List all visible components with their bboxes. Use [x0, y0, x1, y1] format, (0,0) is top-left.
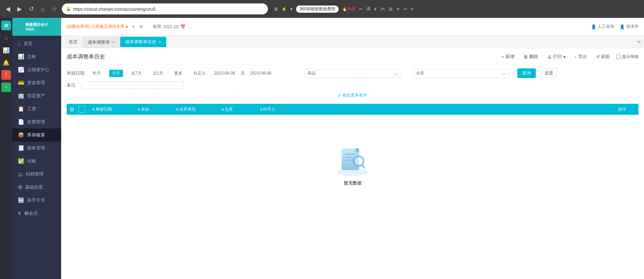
company-name: 江西服宝测试专用 — [91, 24, 124, 30]
browser-tools: ⊞ ⚡ ▾ 360智能抠图免费用 🔥热搜 ✂ 译 ¥ 🎮 ⊞ ☀ ↩ ≡ — [274, 5, 414, 13]
user-info[interactable]: 👤 徐泽华 — [620, 24, 639, 30]
col-header-biz-type[interactable]: ⇅ 业务类型 — [173, 107, 214, 112]
warehouse-filter[interactable]: 仓库 ... — [413, 69, 509, 78]
sidebar-item-fixed-assets[interactable]: 🏢 固定资产 — [12, 89, 61, 102]
sidebar-item-closing[interactable]: ✅ 结账 — [12, 155, 61, 168]
search-box[interactable]: 360智能抠图免费用 — [296, 5, 339, 13]
print-button[interactable]: 🖨 打印 ▾ — [544, 52, 568, 61]
select-all-checkbox[interactable] — [78, 106, 85, 113]
collapse-label: 收起更多条件 — [342, 92, 367, 98]
sidebar-item-salary[interactable]: 📋 工资 — [12, 102, 61, 115]
star-button[interactable]: ☆ — [49, 4, 59, 14]
quick-check[interactable]: ✓ — [1, 82, 11, 92]
company-selector[interactable]: (勿删勿禁用) 江西服宝测试专用 ▾ — [67, 24, 128, 30]
quick-logo[interactable]: 好 — [1, 21, 11, 30]
new-button[interactable]: + 新增 — [499, 52, 517, 61]
tab-cost-adjust-history[interactable]: 成本调整单历史 ✕ — [120, 37, 166, 47]
refresh-icon: ↺ — [596, 54, 600, 59]
back-button[interactable]: ◀ — [3, 4, 12, 14]
grid-icon[interactable]: ⊞ — [274, 7, 278, 12]
sidebar-item-archive[interactable]: 🗂 归档管理 — [12, 168, 61, 181]
tab-cost-adjust-close[interactable]: ✕ — [112, 40, 115, 44]
forward-button[interactable]: ▶ — [15, 4, 24, 14]
sidebar-label-salary: 工资 — [27, 106, 36, 112]
quick-alert[interactable]: 🔔 — [1, 58, 11, 67]
yesterday-btn[interactable]: 昨天 — [90, 70, 104, 77]
col-header-handler[interactable]: ⇅ 经手人 — [257, 107, 291, 112]
invoice-icon: 📄 — [18, 119, 24, 125]
sidebar-item-invoice[interactable]: 📄 发票管理 — [12, 115, 61, 129]
guide-icon: 🆕 — [18, 197, 24, 203]
goods-filter[interactable]: 商品 ... — [304, 69, 400, 78]
empty-text: 暂无数据 — [344, 180, 362, 186]
last-month-btn[interactable]: 近1月 — [150, 70, 166, 77]
date-separator: 至 — [241, 70, 245, 76]
sun-icon[interactable]: ☀ — [396, 7, 400, 12]
secure-icon: 🔒 — [66, 7, 71, 11]
col-header-warehouse[interactable]: ⇅ 仓库 — [218, 107, 253, 112]
apps-icon[interactable]: ⊞ — [389, 7, 393, 12]
scissors-icon[interactable]: ✂ — [359, 7, 363, 12]
export-button[interactable]: ↑ 导出 — [572, 52, 590, 61]
sidebar-item-inventory[interactable]: 📦 库存核算 — [12, 129, 61, 142]
today-btn[interactable]: 今天 — [109, 70, 123, 77]
sidebar-item-ledger[interactable]: 📊 总账 — [12, 50, 61, 63]
sidebar-item-vip[interactable]: V 畅会员 — [12, 207, 61, 220]
table-gear-icon[interactable]: ⚙ — [69, 106, 74, 113]
print-dropdown-icon[interactable]: ▾ — [563, 54, 566, 59]
page-actions: + 新增 🗑 删除 🖨 打印 ▾ ↑ 导出 — [499, 52, 639, 61]
col-header-date[interactable]: ⇅ 单据日期 — [89, 107, 131, 112]
url-bar[interactable]: 🔒 https://cloud.chanjet.com/accounting/u… — [62, 3, 268, 14]
dropdown-icon[interactable]: ▾ — [290, 7, 293, 12]
col-handler-label: 经手人 — [263, 107, 275, 112]
tab-cost-adjust[interactable]: 成本调整单 ✕ — [82, 37, 120, 47]
period-info: 账期 2021-10 📅 — [153, 24, 185, 30]
add-tab-button[interactable]: + — [132, 24, 135, 30]
quick-chart[interactable]: 📊 — [1, 45, 11, 55]
quick-home[interactable]: ⌂ — [1, 33, 11, 43]
collapse-button[interactable]: ∧ 收起更多条件 — [338, 92, 367, 98]
window-close-btn[interactable]: ✕ — [637, 39, 641, 45]
custom-btn[interactable]: 自定义 — [191, 70, 208, 77]
menu-icon[interactable]: ≡ — [411, 7, 414, 12]
calendar-icon[interactable]: 📅 — [180, 24, 185, 29]
show-cols-checkbox[interactable] — [616, 55, 621, 59]
last7-btn[interactable]: 近7天 — [128, 70, 145, 77]
undo-icon[interactable]: ↩ — [404, 7, 407, 12]
delete-button[interactable]: 🗑 删除 — [521, 52, 541, 61]
tab-home-label: 首页 — [69, 39, 78, 45]
lightning-icon[interactable]: ⚡ — [281, 7, 287, 12]
sidebar-item-home[interactable]: ⌂ 首页 — [12, 37, 61, 50]
sidebar-item-tax[interactable]: 🧾 税务管理 — [12, 142, 61, 155]
sidebar-label-fixed-assets: 固定资产 — [27, 93, 45, 99]
translate-icon[interactable]: 译 — [366, 6, 371, 12]
query-button[interactable]: 查询 — [517, 68, 536, 78]
url-text: https://cloud.chanjet.com/accounting/uru… — [73, 7, 156, 12]
coin-icon[interactable]: ¥ — [374, 7, 376, 12]
sidebar-item-guide[interactable]: 🆕 新手引导 — [12, 194, 61, 207]
goods-dots[interactable]: ... — [394, 71, 397, 76]
tab-history-close[interactable]: ✕ — [158, 40, 161, 44]
more-btn[interactable]: 更多 — [171, 70, 185, 77]
tab-home[interactable]: 首页 — [64, 37, 82, 47]
quick-notification[interactable]: ! — [1, 70, 11, 80]
page-title: 成本调整单历史 — [67, 53, 105, 60]
col-header-number[interactable]: ⇅ 单据... — [135, 107, 169, 112]
sidebar-item-funds[interactable]: 💳 资金管理 — [12, 76, 61, 89]
period-label: 账期 — [153, 24, 161, 30]
company-dropdown-icon[interactable]: ▾ — [126, 24, 128, 29]
refresh-button[interactable]: ↺ 刷新 — [593, 52, 613, 61]
settings-filter-button[interactable]: 设置 — [541, 68, 556, 78]
warehouse-label: 仓库 — [416, 70, 424, 76]
game-icon[interactable]: 🎮 — [380, 7, 385, 12]
warehouse-dots[interactable]: ... — [502, 71, 506, 76]
show-cols-checkbox-group[interactable]: 显示明细 — [616, 54, 639, 60]
home-button[interactable]: ⌂ — [39, 4, 47, 14]
refresh-button[interactable]: ↺ — [27, 4, 36, 14]
print-icon: 🖨 — [547, 54, 552, 59]
sidebar-item-reports[interactable]: 📈 云报表中心 — [12, 63, 61, 76]
header-settings-icon[interactable]: ⚙ — [139, 24, 143, 29]
remark-input[interactable] — [81, 81, 184, 89]
consultant-button[interactable]: 👤 人工咨询 — [591, 24, 614, 30]
sidebar-item-settings[interactable]: ⚙ 基础设置 — [12, 181, 61, 194]
